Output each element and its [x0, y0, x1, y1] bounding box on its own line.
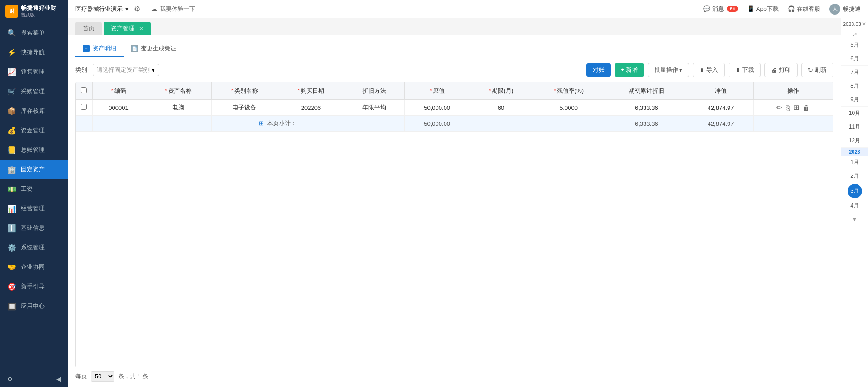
category-select[interactable]: 请选择固定资产类别 ▾ — [93, 64, 159, 76]
company-name: 医疗器械行业演示 — [75, 5, 123, 13]
panel-expand-button[interactable]: ⤢ — [852, 30, 858, 39]
sidebar-item-collab[interactable]: 🤝 企业协同 — [0, 258, 68, 277]
message-button[interactable]: 💬 消息 99+ — [703, 5, 738, 13]
row-checkbox[interactable] — [81, 104, 87, 110]
search-icon: 🔍 — [7, 29, 16, 37]
panel-close-button[interactable]: ✕ — [862, 21, 866, 27]
sidebar-item-basic-info[interactable]: ℹ️ 基础信息 — [0, 218, 68, 238]
sub-tab-change-voucher[interactable]: 📄 变更生成凭证 — [124, 41, 184, 57]
download-button[interactable]: ⬇ 下载 — [729, 63, 761, 77]
header-category: *类别名称 — [211, 82, 278, 100]
topbar-right: 💬 消息 99+ 📱 App下载 🎧 在线客服 人 畅捷通 — [703, 4, 861, 15]
batch-button[interactable]: 批量操作 ▾ — [648, 63, 689, 77]
experience-button[interactable]: ☁ 我要体验一下 — [151, 5, 195, 13]
sidebar-item-quick-nav[interactable]: ⚡ 快捷导航 — [0, 43, 68, 62]
month-10[interactable]: 10月 — [841, 107, 868, 120]
app-subtitle: 普及版 — [21, 12, 56, 18]
company-selector[interactable]: 医疗器械行业演示 ▾ — [75, 5, 129, 13]
sidebar: 财 畅捷通好业财 普及版 🔍 搜索菜单 ⚡ 快捷导航 📈 销售管理 🛒 采购管理… — [0, 0, 68, 387]
sidebar-item-guide[interactable]: 🎯 新手引导 — [0, 277, 68, 297]
cell-residual-rate: 5.0000 — [532, 100, 605, 116]
month-6[interactable]: 6月 — [841, 52, 868, 66]
tab-close-icon[interactable]: ✕ — [139, 25, 144, 32]
print-button[interactable]: 🖨 打印 — [764, 63, 798, 77]
sub-tab-asset-detail[interactable]: ≡ 资产明细 — [75, 41, 124, 57]
right-panel-year: 2023.03 — [843, 21, 861, 27]
app-center-icon: 🔲 — [7, 302, 16, 311]
change-voucher-icon: 📄 — [131, 45, 138, 52]
page-size-select[interactable]: 50 10 20 100 — [91, 371, 114, 382]
month-9[interactable]: 9月 — [841, 93, 868, 107]
page-content: 首页 资产管理 ✕ ≡ 资产明细 📄 变更生成凭证 — [68, 18, 841, 387]
subtotal-original-value: 50,000.00 — [404, 116, 470, 132]
month-4[interactable]: 4月 — [841, 199, 868, 213]
subtotal-icon: ⊞ — [259, 120, 264, 127]
subtotal-net-value: 42,874.97 — [688, 116, 754, 132]
month-2[interactable]: 2月 — [841, 169, 868, 183]
header-operation: 操作 — [753, 82, 833, 100]
sidebar-item-label: 库存核算 — [21, 107, 45, 115]
new-button[interactable]: + 新增 — [615, 63, 644, 77]
month-12[interactable]: 12月 — [841, 134, 868, 148]
total-count: 条，共 1 条 — [118, 372, 148, 381]
tab-asset-manage[interactable]: 资产管理 ✕ — [104, 22, 151, 35]
sidebar-item-purchase[interactable]: 🛒 采购管理 — [0, 82, 68, 101]
select-all-checkbox[interactable] — [81, 87, 87, 93]
sys-manage-icon: ⚙️ — [7, 243, 16, 252]
tab-home[interactable]: 首页 — [75, 22, 102, 35]
customer-service-button[interactable]: 🎧 在线客服 — [788, 5, 820, 13]
header-depreciation-method: 折旧方法 — [344, 82, 405, 100]
copy-button[interactable]: ⎘ — [786, 104, 790, 112]
sidebar-item-label: 资金管理 — [21, 126, 45, 134]
sidebar-item-label: 工资 — [21, 185, 33, 193]
per-page-label: 每页 — [75, 372, 87, 381]
import-button[interactable]: ⬆ 导入 — [693, 63, 725, 77]
fund-icon: 💰 — [7, 126, 16, 135]
month-1[interactable]: 1月 — [841, 156, 868, 169]
table-row: 000001 电脑 电子设备 202206 年限平均 50,000.00 60 … — [76, 100, 833, 116]
settings-icon[interactable]: ⚙ — [7, 376, 13, 382]
sidebar-item-label: 销售管理 — [21, 68, 45, 76]
sidebar-item-fixed-assets[interactable]: 🏢 固定资产 — [0, 160, 68, 179]
cell-code: 000001 — [92, 100, 145, 116]
reconcile-button[interactable]: 对账 — [586, 63, 611, 77]
user-menu[interactable]: 人 畅捷通 — [829, 4, 861, 15]
sidebar-item-label: 应用中心 — [21, 302, 45, 310]
chevron-down-icon[interactable]: ▼ — [852, 216, 858, 223]
month-8[interactable]: 8月 — [841, 79, 868, 93]
headset-icon: 🎧 — [788, 5, 795, 12]
main-wrapper: 医疗器械行业演示 ▾ ⚙ ☁ 我要体验一下 💬 消息 99+ 📱 App下载 🎧… — [68, 0, 868, 387]
more-button[interactable]: ⊞ — [794, 104, 799, 112]
refresh-icon: ↻ — [808, 67, 813, 74]
edit-button[interactable]: ✏ — [776, 104, 782, 112]
sidebar-item-search[interactable]: 🔍 搜索菜单 — [0, 23, 68, 43]
sidebar-item-ledger[interactable]: 📒 总账管理 — [0, 140, 68, 160]
month-5[interactable]: 5月 — [841, 39, 868, 52]
delete-button[interactable]: 🗑 — [803, 104, 810, 112]
sidebar-logo: 财 畅捷通好业财 普及版 — [0, 0, 68, 23]
cell-purchase-date: 202206 — [278, 100, 344, 116]
sidebar-item-salary[interactable]: 💵 工资 — [0, 179, 68, 199]
header-purchase-date: *购买日期 — [278, 82, 344, 100]
sidebar-item-label: 搜索菜单 — [21, 29, 45, 37]
sidebar-item-inventory[interactable]: 📦 库存核算 — [0, 101, 68, 121]
month-11[interactable]: 11月 — [841, 120, 868, 134]
sidebar-item-sys-manage[interactable]: ⚙️ 系统管理 — [0, 238, 68, 258]
sidebar-item-operations[interactable]: 📊 经营管理 — [0, 199, 68, 218]
sidebar-item-label: 基础信息 — [21, 224, 45, 232]
settings-button[interactable]: ⚙ — [134, 5, 140, 13]
sidebar-item-label: 采购管理 — [21, 87, 45, 95]
sidebar-item-label: 快捷导航 — [21, 48, 45, 56]
guide-icon: 🎯 — [7, 283, 16, 291]
collapse-icon[interactable]: ◀ — [56, 376, 61, 382]
select-dropdown-icon: ▾ — [152, 67, 155, 74]
app-download-button[interactable]: 📱 App下载 — [747, 5, 779, 13]
sidebar-item-sales[interactable]: 📈 销售管理 — [0, 62, 68, 82]
import-icon: ⬆ — [699, 67, 704, 74]
sidebar-item-fund[interactable]: 💰 资金管理 — [0, 121, 68, 140]
month-3-active[interactable]: 3月 — [848, 184, 862, 198]
sidebar-item-app-center[interactable]: 🔲 应用中心 — [0, 297, 68, 316]
sidebar-item-label: 固定资产 — [21, 165, 45, 174]
month-7[interactable]: 7月 — [841, 66, 868, 79]
refresh-button[interactable]: ↻ 刷新 — [801, 63, 833, 77]
